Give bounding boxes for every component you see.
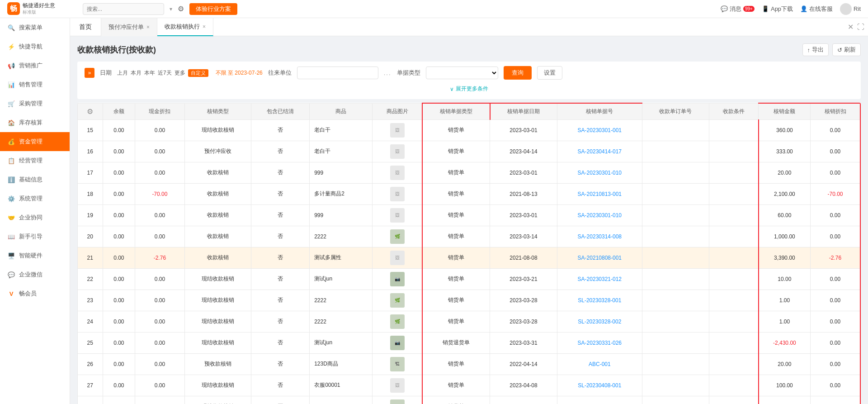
table-row[interactable]: 27 0.00 0.00 现结收款核销 否 衣服00001 🖼 销货单 2023…: [78, 375, 861, 396]
col-included: 包含已结清: [251, 103, 310, 119]
export-button[interactable]: ↑ 导出: [802, 43, 829, 56]
row-product-image: 🌿: [373, 226, 422, 247]
table-scroll[interactable]: ⚙ 余额 现金折扣 核销类型 包含已结清 商品 商品图片 核销单据类型 核销单据…: [77, 103, 861, 404]
counter-unit-input[interactable]: [297, 67, 378, 79]
table-row[interactable]: 25 0.00 0.00 现结收款核销 否 测试jun 📷 销货退货单 2023…: [78, 332, 861, 353]
sidebar-item-search[interactable]: 🔍 搜索菜单: [0, 18, 70, 37]
sidebar-item-purchase[interactable]: 🛒 采购管理: [0, 94, 70, 113]
row-type: 现结收款核销: [184, 332, 251, 353]
date-this-year[interactable]: 本年: [144, 69, 155, 77]
table-row[interactable]: 26 0.00 0.00 预收款核销 否 123D商品 🏗 销货单 2022-0…: [78, 353, 861, 375]
row-bill-no[interactable]: SL-20230328-001: [557, 290, 642, 311]
row-id: 18: [78, 183, 103, 204]
table-row[interactable]: 16 0.00 0.00 预付冲应收 否 老白干 🖼 销货单 2023-04-1…: [78, 141, 861, 162]
sidebar-item-shortcut[interactable]: ⚡ 快捷导航: [0, 37, 70, 56]
date-7days[interactable]: 近7天: [158, 69, 172, 77]
gear-icon[interactable]: ⚙: [178, 5, 184, 13]
row-payment-cond: [709, 204, 759, 226]
row-product: 测试jun: [310, 268, 373, 290]
sidebar-item-member[interactable]: V 畅会员: [0, 284, 70, 303]
app-download-button[interactable]: 📱 App下载: [762, 5, 793, 13]
sidebar-label-basic: 基础信息: [19, 176, 42, 184]
col-gear[interactable]: ⚙: [78, 103, 103, 119]
row-bill-no[interactable]: SL-20230408-001: [557, 375, 642, 396]
refresh-icon: ↺: [837, 47, 842, 53]
table-row[interactable]: 21 0.00 -2.76 收款核销 否 测试多属性 🖼 销货单 2021-08…: [78, 247, 861, 268]
message-badge: 99+: [743, 6, 755, 12]
filter-toggle-button[interactable]: »: [85, 68, 94, 78]
tab-prepayment[interactable]: 预付冲应付单 ×: [101, 18, 157, 36]
counter-unit-label: 往来单位: [268, 69, 292, 77]
row-order-no: [642, 396, 709, 404]
user-profile[interactable]: Rit: [840, 3, 861, 15]
sidebar-item-marketing[interactable]: 📢 营销推广: [0, 56, 70, 75]
row-balance: 0.00: [103, 396, 135, 404]
date-this-month[interactable]: 本月: [131, 69, 142, 77]
table-row[interactable]: 15 0.00 0.00 现结收款核销 否 老白干 🖼 销货单 2023-03-…: [78, 119, 861, 141]
table-row[interactable]: 19 0.00 0.00 收款核销 否 999 🖼 销货单 2023-03-01…: [78, 204, 861, 226]
sidebar-item-hardware[interactable]: 🖥️ 智能硬件: [0, 246, 70, 265]
purchase-icon: 🛒: [7, 100, 15, 108]
row-bill-no[interactable]: SA-20210813-001: [557, 183, 642, 204]
sidebar-item-system[interactable]: ⚙️ 系统管理: [0, 189, 70, 208]
search-input[interactable]: [83, 3, 164, 15]
online-service-button[interactable]: 👤 在线客服: [800, 5, 833, 13]
table-row[interactable]: 24 0.00 0.00 现结收款核销 否 2222 🌿 销货单 2023-03…: [78, 311, 861, 332]
table-row[interactable]: 18 0.00 -70.00 收款核销 否 多计量商品2 🖼 销货单 2021-…: [78, 183, 861, 204]
table-row[interactable]: 22 0.00 0.00 现结收款核销 否 测试jun 📷 销货单 2023-0…: [78, 268, 861, 290]
row-bill-no[interactable]: SL-20230418-001: [557, 396, 642, 404]
sidebar-item-collab[interactable]: 🤝 企业协同: [0, 208, 70, 227]
sidebar-item-wechat[interactable]: 💬 企业微信: [0, 265, 70, 284]
row-bill-no[interactable]: SA-20230321-012: [557, 268, 642, 290]
industry-solution-button[interactable]: 体验行业方案: [189, 3, 237, 15]
row-bill-no[interactable]: SA-20230331-026: [557, 332, 642, 353]
row-bill-no[interactable]: SA-20230301-001: [557, 119, 642, 141]
date-more[interactable]: 更多: [175, 69, 185, 77]
sidebar-item-guide[interactable]: 📖 新手引导: [0, 227, 70, 246]
maximize-icon[interactable]: ⛶: [857, 23, 864, 31]
expand-icon: ∨: [450, 86, 454, 92]
row-bill-no[interactable]: SA-20230301-010: [557, 162, 642, 183]
settings-button[interactable]: 设置: [537, 66, 562, 80]
row-discount: 0.00: [811, 396, 861, 404]
table-row[interactable]: 20 0.00 0.00 收款核销 否 2222 🌿 销货单 2023-03-1…: [78, 226, 861, 247]
sidebar-item-finance[interactable]: 💰 资金管理: [0, 132, 70, 151]
sidebar-item-sales[interactable]: 📊 销售管理: [0, 75, 70, 94]
refresh-button[interactable]: ↺ 刷新: [832, 43, 861, 56]
finance-icon: 💰: [7, 138, 15, 146]
row-product: 2222: [310, 396, 373, 404]
row-bill-no[interactable]: SA-20230314-008: [557, 226, 642, 247]
tab-writeoff-close[interactable]: ×: [203, 24, 206, 30]
table-row[interactable]: 23 0.00 0.00 现结收款核销 否 2222 🌿 销货单 2023-03…: [78, 290, 861, 311]
close-window-icon[interactable]: ✕: [848, 23, 854, 31]
bill-type-select[interactable]: [426, 67, 498, 79]
tab-home[interactable]: 首页: [70, 18, 101, 36]
row-id: 28: [78, 396, 103, 404]
message-button[interactable]: 💬 消息 99+: [721, 5, 755, 13]
row-bill-no[interactable]: SA-20230414-017: [557, 141, 642, 162]
row-bill-no[interactable]: ABC-001: [557, 353, 642, 375]
row-id: 20: [78, 226, 103, 247]
date-last-month[interactable]: 上月: [117, 69, 128, 77]
row-cash-discount: 0.00: [135, 119, 185, 141]
table-row[interactable]: 28 0.00 0.00 现结收款核销 否 2222 🌿 销货单 2023-04…: [78, 396, 861, 404]
query-button[interactable]: 查询: [504, 66, 532, 80]
row-order-no: [642, 311, 709, 332]
row-bill-no[interactable]: SL-20230328-002: [557, 311, 642, 332]
row-type: 现结收款核销: [184, 375, 251, 396]
row-balance: 0.00: [103, 162, 135, 183]
sidebar-item-management[interactable]: 📋 经营管理: [0, 151, 70, 170]
expand-more-button[interactable]: ∨ 展开更多条件: [85, 83, 854, 95]
row-payment-cond: [709, 332, 759, 353]
row-bill-no[interactable]: SA-20210808-001: [557, 247, 642, 268]
tab-prepayment-close[interactable]: ×: [146, 24, 150, 30]
row-bill-no[interactable]: SA-20230301-010: [557, 204, 642, 226]
date-custom[interactable]: 自定义: [188, 69, 208, 77]
sidebar-item-basic[interactable]: ℹ️ 基础信息: [0, 170, 70, 189]
sidebar-label-inventory: 库存核算: [19, 119, 42, 127]
chevron-down-icon[interactable]: ▾: [170, 6, 172, 12]
tab-writeoff[interactable]: 收款核销执行 ×: [157, 18, 213, 36]
table-row[interactable]: 17 0.00 0.00 收款核销 否 999 🖼 销货单 2023-03-01…: [78, 162, 861, 183]
row-bill-type: 销货单: [422, 119, 490, 141]
sidebar-item-inventory[interactable]: 🏠 库存核算: [0, 113, 70, 132]
